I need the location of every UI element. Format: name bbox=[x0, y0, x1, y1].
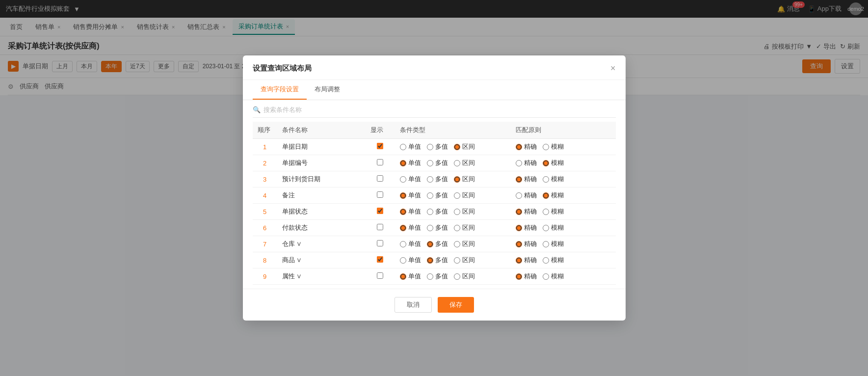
modal: 设置查询区域布局 × 查询字段设置 布局调整 🔍 顺序 条件名称 bbox=[243, 55, 626, 95]
modal-tab-query-fields[interactable]: 查询字段设置 bbox=[253, 80, 307, 95]
modal-tabs: 查询字段设置 布局调整 bbox=[243, 80, 626, 95]
modal-header: 设置查询区域布局 × bbox=[243, 55, 626, 80]
modal-close-button[interactable]: × bbox=[610, 63, 616, 74]
modal-title: 设置查询区域布局 bbox=[253, 64, 312, 73]
modal-overlay: 设置查询区域布局 × 查询字段设置 布局调整 🔍 顺序 条件名称 bbox=[0, 0, 868, 95]
modal-tab-layout[interactable]: 布局调整 bbox=[307, 80, 348, 95]
